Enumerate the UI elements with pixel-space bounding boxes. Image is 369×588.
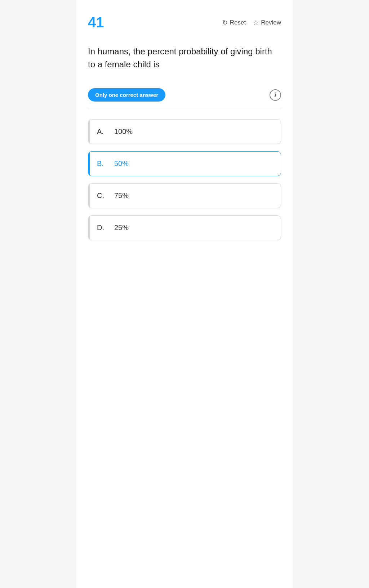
- option-a[interactable]: A. 100%: [88, 119, 281, 144]
- option-b-letter: B.: [97, 160, 107, 168]
- option-d-letter: D.: [97, 224, 107, 232]
- only-one-badge: Only one correct answer: [88, 88, 165, 102]
- options-list: A. 100% B. 50% C. 75% D. 25%: [88, 119, 281, 240]
- option-a-value: 100%: [114, 127, 133, 136]
- info-icon[interactable]: i: [270, 89, 281, 101]
- question-number: 41: [88, 14, 104, 31]
- option-a-letter: A.: [97, 127, 107, 136]
- option-d-value: 25%: [114, 224, 129, 232]
- header-actions: ↻ Reset ☆ Review: [222, 19, 281, 27]
- reset-icon: ↻: [222, 19, 228, 27]
- review-label: Review: [261, 19, 281, 26]
- reset-button[interactable]: ↻ Reset: [222, 19, 246, 27]
- option-c[interactable]: C. 75%: [88, 183, 281, 208]
- page-container: 41 ↻ Reset ☆ Review In humans, the perce…: [76, 0, 293, 588]
- option-c-letter: C.: [97, 192, 107, 200]
- option-b[interactable]: B. 50%: [88, 151, 281, 176]
- header: 41 ↻ Reset ☆ Review: [88, 14, 281, 31]
- reset-label: Reset: [230, 19, 246, 26]
- review-button[interactable]: ☆ Review: [253, 19, 281, 27]
- badge-row: Only one correct answer i: [88, 88, 281, 102]
- option-d[interactable]: D. 25%: [88, 215, 281, 240]
- star-icon: ☆: [253, 19, 259, 27]
- option-b-value: 50%: [114, 160, 129, 168]
- question-text: In humans, the percent probability of gi…: [88, 45, 281, 71]
- divider: [88, 109, 281, 109]
- option-c-value: 75%: [114, 192, 129, 200]
